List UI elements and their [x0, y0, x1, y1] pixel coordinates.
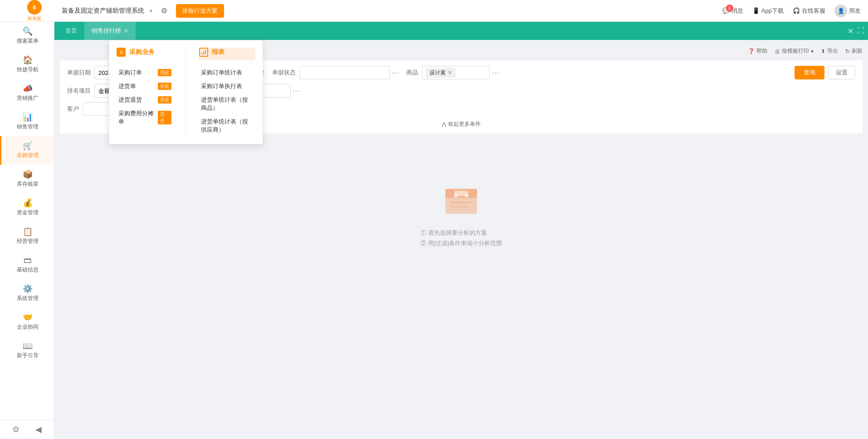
top-bar: 6 标准版 装备及固定资产辅助管理系统 ▾ ⚙ 体验行业方案 💬 6 消息 📱 … — [0, 0, 868, 22]
notification-item[interactable]: 💬 6 消息 — [722, 7, 743, 15]
online-service-label: 在线客服 — [802, 7, 825, 15]
tab-maximize-icon[interactable]: ⛶ — [857, 27, 864, 35]
query-button[interactable]: 查询 — [795, 66, 824, 79]
logo-icon: 6 — [27, 0, 42, 15]
salesperson-more-icon[interactable]: ⋯ — [293, 87, 300, 95]
goods-more-icon[interactable]: ⋯ — [492, 69, 499, 77]
status-filter: 单据状态 ⋯ — [272, 66, 399, 79]
collapse-button[interactable]: ⋀ 收起更多条件 — [442, 120, 481, 128]
sidebar: 🔍 搜索菜单 🏠 快捷导航 📣 营销推广 📊 销售管理 🛒 采购管理 📦 库存核… — [0, 22, 54, 439]
sidebar-item-capital-label: 资金管理 — [17, 209, 39, 217]
sidebar-collapse-icon[interactable]: ◀ — [35, 424, 42, 434]
sidebar-item-marketing[interactable]: 📣 营销推广 — [0, 79, 54, 108]
settings-icon[interactable]: ⚙ — [158, 5, 171, 17]
empty-tips: 请先选择要分析的方案 用[过滤]条件来缩小分析范围 — [420, 227, 502, 249]
svg-point-7 — [454, 194, 458, 197]
dropdown-menu: ≡ 采购业务 采购订单 历史 进货单 历史 进货退货 — [109, 40, 263, 144]
app-download-label: App下载 — [761, 7, 784, 15]
export-button[interactable]: ⬆ 导出 — [821, 47, 838, 55]
refresh-icon: ↻ — [845, 48, 850, 54]
sidebar-item-cooperation[interactable]: 🤝 企业协同 — [0, 308, 54, 336]
topbar-center: 装备及固定资产辅助管理系统 ▾ ⚙ 体验行业方案 — [62, 4, 722, 18]
print-button[interactable]: 🖨 按模板打印 ▾ — [775, 47, 814, 55]
dropdown-item-return[interactable]: 进货退货 历史 — [117, 93, 173, 107]
purchase-header: ≡ 采购业务 — [117, 48, 173, 60]
help-icon: ❓ — [748, 48, 755, 54]
sidebar-item-purchase-label: 采购管理 — [17, 152, 39, 159]
tab-close-window-icon[interactable]: ✕ — [848, 27, 853, 35]
dropdown-columns: ≡ 采购业务 采购订单 历史 进货单 历史 进货退货 — [117, 48, 255, 137]
dropdown-item-purchase-order[interactable]: 采购订单 历史 — [117, 66, 173, 79]
action-buttons: 查询 设置 — [795, 66, 855, 79]
content-area: 首页 销售排行榜 ✕ ✕ ⛶ ❓ 帮助 🖨 按模板打印 — [54, 22, 868, 439]
dropdown-item-inbound-supplier-stats[interactable]: 进货单统计表（按供应商） — [199, 115, 256, 137]
online-service-item[interactable]: 🎧 在线客服 — [793, 7, 825, 15]
sidebar-item-purchase[interactable]: 🛒 采购管理 — [0, 136, 54, 165]
chart-icon: 📊 — [23, 113, 33, 121]
tab-home[interactable]: 首页 — [58, 22, 84, 40]
help-button[interactable]: ❓ 帮助 — [748, 47, 767, 55]
refresh-button[interactable]: ↻ 刷新 — [845, 47, 863, 55]
dropdown-item-inbound-goods-stats[interactable]: 进货单统计表（按商品） — [199, 93, 256, 115]
tab-close-icon[interactable]: ✕ — [124, 28, 128, 34]
tab-bar-right: ✕ ⛶ — [848, 27, 864, 35]
goods-tag-text: 设计素 — [429, 69, 446, 77]
rank-label: 排名项目 — [67, 87, 91, 95]
user-item[interactable]: 👤 用友 — [834, 5, 861, 17]
sidebar-bottom: ⚙ ◀ — [0, 419, 54, 439]
sidebar-item-capital[interactable]: 💰 资金管理 — [0, 193, 54, 222]
tab-sales-rank[interactable]: 销售排行榜 ✕ — [84, 22, 136, 40]
home-icon: 🏠 — [23, 56, 33, 64]
history-tag-0: 历史 — [158, 69, 171, 76]
sidebar-item-inventory[interactable]: 📦 库存核算 — [0, 165, 54, 193]
history-tag-3: 历史 — [158, 111, 171, 124]
sidebar-settings-icon[interactable]: ⚙ — [12, 424, 20, 434]
svg-rect-9 — [201, 53, 202, 54]
app-download-item[interactable]: 📱 App下载 — [752, 7, 784, 15]
settings-button[interactable]: 设置 — [828, 66, 855, 79]
gear-icon: ⚙️ — [23, 285, 33, 293]
phone-icon: 📱 — [752, 7, 760, 14]
svg-rect-11 — [205, 50, 206, 54]
svg-point-8 — [465, 194, 468, 197]
book-icon: 📖 — [23, 342, 33, 350]
sidebar-item-search-label: 搜索菜单 — [17, 37, 39, 45]
status-more-icon[interactable]: ⋯ — [392, 69, 399, 77]
dropdown-item-inbound[interactable]: 进货单 历史 — [117, 79, 173, 93]
sidebar-item-newbie-label: 新手引导 — [17, 352, 39, 360]
status-label: 单据状态 — [272, 69, 296, 77]
sidebar-item-basic[interactable]: 🗃 基础信息 — [0, 251, 54, 279]
sidebar-item-basic-label: 基础信息 — [17, 266, 39, 274]
sidebar-item-quick[interactable]: 🏠 快捷导航 — [0, 50, 54, 79]
goods-tag: 设计素 ✕ — [426, 68, 456, 78]
empty-state: 请先选择要分析的方案 用[过滤]条件来缩小分析范围 — [60, 139, 863, 285]
sidebar-item-search[interactable]: 🔍 搜索菜单 — [0, 22, 54, 50]
user-label: 用友 — [849, 7, 861, 15]
svg-rect-10 — [203, 51, 204, 54]
purchase-header-icon: ≡ — [117, 48, 126, 57]
sidebar-item-sales[interactable]: 📊 销售管理 — [0, 108, 54, 136]
sidebar-item-system[interactable]: ⚙️ 系统管理 — [0, 279, 54, 308]
help-label: 帮助 — [756, 47, 767, 55]
goods-filter: 商品 设计素 ✕ ⋯ — [406, 66, 499, 79]
sidebar-item-operations[interactable]: 📋 经营管理 — [0, 222, 54, 251]
system-arrow-icon[interactable]: ▾ — [150, 8, 152, 14]
svg-rect-6 — [450, 206, 468, 208]
dropdown-item-order-stats[interactable]: 采购订单统计表 — [199, 66, 256, 79]
headset-icon: 🎧 — [793, 7, 800, 14]
report-header-title: 报表 — [212, 48, 224, 56]
goods-tag-close[interactable]: ✕ — [448, 69, 452, 76]
refresh-label: 刷新 — [852, 47, 863, 55]
report-column: 报表 采购订单统计表 采购订单执行表 进货单统计表（按商品） 进货单统计表（按供 — [199, 48, 256, 137]
main-layout: 🔍 搜索菜单 🏠 快捷导航 📣 营销推广 📊 销售管理 🛒 采购管理 📦 库存核… — [0, 22, 868, 439]
sidebar-item-newbie[interactable]: 📖 新手引导 — [0, 336, 54, 365]
purchase-column: ≡ 采购业务 采购订单 历史 进货单 历史 进货退货 — [117, 48, 173, 137]
sidebar-item-system-label: 系统管理 — [17, 295, 39, 302]
logo-area: 6 标准版 — [7, 0, 62, 22]
dropdown-item-expense[interactable]: 采购费用分摊单 历史 — [117, 107, 173, 128]
status-select[interactable] — [299, 66, 390, 79]
dropdown-item-order-exec[interactable]: 采购订单执行表 — [199, 79, 256, 93]
tab-bar: 首页 销售排行榜 ✕ ✕ ⛶ — [54, 22, 868, 40]
industry-button[interactable]: 体验行业方案 — [176, 4, 224, 18]
notification-count: 6 — [726, 5, 733, 12]
